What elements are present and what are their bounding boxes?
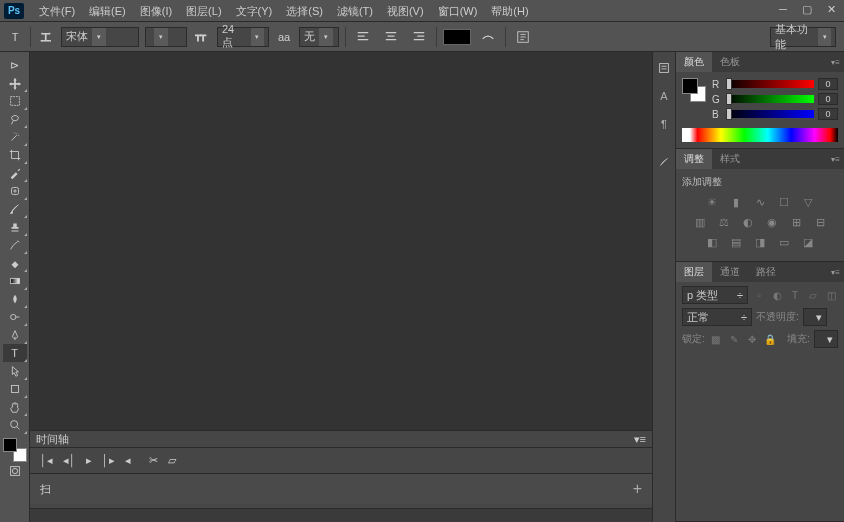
maximize-button[interactable]: ▢: [800, 2, 814, 16]
tab-styles[interactable]: 样式: [712, 149, 748, 169]
color-panel-menu[interactable]: ▾≡: [827, 58, 844, 67]
exposure-icon[interactable]: ☐: [776, 195, 792, 209]
filter-smart-icon[interactable]: ◫: [824, 288, 838, 302]
levels-icon[interactable]: ▮: [728, 195, 744, 209]
transition-button[interactable]: ▱: [168, 454, 176, 467]
red-value[interactable]: 0: [818, 78, 838, 90]
path-selection-tool[interactable]: [3, 362, 27, 380]
threshold-icon[interactable]: ◨: [752, 235, 768, 249]
character-panel-icon[interactable]: A: [656, 88, 672, 104]
font-family-dropdown[interactable]: 宋体▾: [61, 27, 139, 47]
prev-frame-button[interactable]: ◂│: [63, 454, 76, 467]
magic-wand-tool[interactable]: [3, 128, 27, 146]
fill-value[interactable]: ▾: [814, 330, 838, 348]
timeline-track[interactable]: 扫 +: [30, 474, 652, 504]
workspace-dropdown[interactable]: 基本功能▾: [770, 27, 836, 47]
bw-icon[interactable]: ◐: [740, 215, 756, 229]
quick-mask-button[interactable]: [3, 462, 27, 480]
tab-paths[interactable]: 路径: [748, 262, 784, 282]
layer-filter-dropdown[interactable]: p 类型÷: [682, 286, 748, 304]
color-balance-icon[interactable]: ⚖: [716, 215, 732, 229]
menu-file[interactable]: 文件(F): [32, 0, 82, 22]
menu-edit[interactable]: 编辑(E): [82, 0, 133, 22]
play-button[interactable]: ▸: [86, 454, 92, 467]
split-button[interactable]: ✂: [149, 454, 158, 467]
timeline-menu-icon[interactable]: ▾≡: [634, 433, 646, 446]
close-button[interactable]: ✕: [824, 2, 838, 16]
blue-value[interactable]: 0: [818, 108, 838, 120]
channel-mixer-icon[interactable]: ⊞: [788, 215, 804, 229]
eyedropper-tool[interactable]: [3, 164, 27, 182]
shape-tool[interactable]: [3, 380, 27, 398]
lock-position-icon[interactable]: ✥: [745, 332, 759, 346]
color-lookup-icon[interactable]: ⊟: [812, 215, 828, 229]
vibrance-icon[interactable]: ▽: [800, 195, 816, 209]
history-brush-tool[interactable]: [3, 236, 27, 254]
foreground-color[interactable]: [3, 438, 17, 452]
menu-view[interactable]: 视图(V): [380, 0, 431, 22]
healing-tool[interactable]: [3, 182, 27, 200]
adjustments-panel-menu[interactable]: ▾≡: [827, 155, 844, 164]
blend-mode-dropdown[interactable]: 正常÷: [682, 308, 752, 326]
lasso-tool[interactable]: [3, 110, 27, 128]
menu-window[interactable]: 窗口(W): [431, 0, 485, 22]
character-panel-button[interactable]: [512, 27, 534, 47]
color-panel-swatch[interactable]: [682, 78, 706, 102]
color-spectrum[interactable]: [682, 128, 838, 142]
go-last-frame-button[interactable]: ◂: [125, 454, 131, 467]
move-tool[interactable]: [3, 74, 27, 92]
red-slider[interactable]: [726, 80, 814, 88]
curves-icon[interactable]: ∿: [752, 195, 768, 209]
hand-tool[interactable]: [3, 398, 27, 416]
opacity-value[interactable]: ▾: [803, 308, 827, 326]
timeline-title[interactable]: 时间轴: [36, 432, 69, 447]
tab-swatches[interactable]: 色板: [712, 52, 748, 72]
dodge-tool[interactable]: [3, 308, 27, 326]
warp-text-button[interactable]: [477, 27, 499, 47]
layers-panel-menu[interactable]: ▾≡: [827, 268, 844, 277]
lock-all-icon[interactable]: 🔒: [763, 332, 777, 346]
go-first-frame-button[interactable]: │◂: [40, 454, 53, 467]
tab-channels[interactable]: 通道: [712, 262, 748, 282]
hue-sat-icon[interactable]: ▥: [692, 215, 708, 229]
brush-tool[interactable]: [3, 200, 27, 218]
invert-icon[interactable]: ◧: [704, 235, 720, 249]
menu-image[interactable]: 图像(I): [133, 0, 179, 22]
crop-tool[interactable]: [3, 146, 27, 164]
blur-tool[interactable]: [3, 290, 27, 308]
selective-color-icon[interactable]: ◪: [800, 235, 816, 249]
zoom-tool[interactable]: [3, 416, 27, 434]
gradient-tool[interactable]: [3, 272, 27, 290]
foreground-background-colors[interactable]: [3, 438, 27, 462]
minimize-button[interactable]: ─: [776, 2, 790, 16]
menu-select[interactable]: 选择(S): [279, 0, 330, 22]
photo-filter-icon[interactable]: ◉: [764, 215, 780, 229]
font-size-dropdown[interactable]: 24 点▾: [217, 27, 269, 47]
stamp-tool[interactable]: [3, 218, 27, 236]
current-tool-icon[interactable]: T: [6, 28, 24, 46]
brush-panel-icon[interactable]: [656, 154, 672, 170]
green-slider[interactable]: [726, 95, 814, 103]
menu-filter[interactable]: 滤镜(T): [330, 0, 380, 22]
filter-pixel-icon[interactable]: ▫: [752, 288, 766, 302]
posterize-icon[interactable]: ▤: [728, 235, 744, 249]
font-style-dropdown[interactable]: ▾: [145, 27, 187, 47]
filter-shape-icon[interactable]: ▱: [806, 288, 820, 302]
pen-tool[interactable]: [3, 326, 27, 344]
marquee-tool[interactable]: [3, 92, 27, 110]
tab-color[interactable]: 颜色: [676, 52, 712, 72]
history-panel-icon[interactable]: [656, 60, 672, 76]
add-media-button[interactable]: +: [633, 480, 642, 498]
menu-help[interactable]: 帮助(H): [484, 0, 535, 22]
menu-layer[interactable]: 图层(L): [179, 0, 228, 22]
tab-adjustments[interactable]: 调整: [676, 149, 712, 169]
text-orientation-button[interactable]: 工: [37, 28, 55, 46]
type-tool[interactable]: T: [3, 344, 27, 362]
paragraph-panel-icon[interactable]: ¶: [656, 116, 672, 132]
gradient-map-icon[interactable]: ▭: [776, 235, 792, 249]
lock-transparent-icon[interactable]: ▩: [709, 332, 723, 346]
filter-type-icon[interactable]: T: [788, 288, 802, 302]
align-right-button[interactable]: [408, 27, 430, 47]
lock-pixels-icon[interactable]: ✎: [727, 332, 741, 346]
eraser-tool[interactable]: [3, 254, 27, 272]
